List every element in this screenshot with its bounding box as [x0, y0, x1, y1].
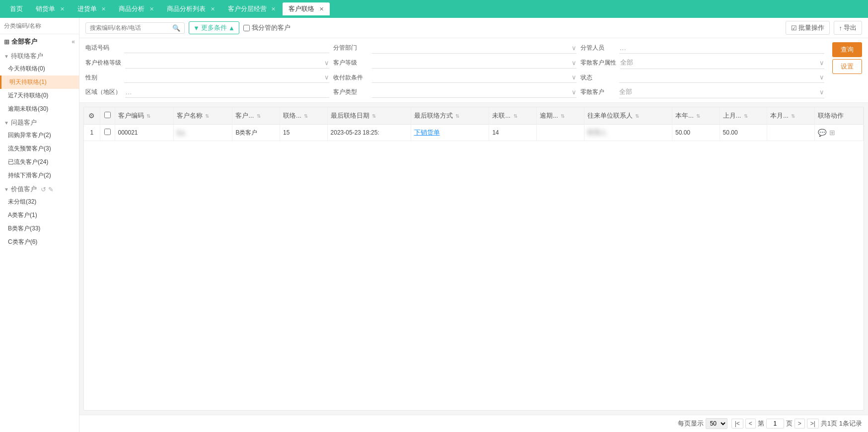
td-last-method: 下销货单 [411, 125, 489, 141]
collapse-icon[interactable]: « [72, 38, 75, 45]
td-last-date: 2023-05-23 18:25: [327, 125, 411, 141]
filter-search-input[interactable] [90, 24, 170, 31]
close-purchase-order-icon[interactable]: ✕ [101, 6, 106, 12]
contact-person-value: 联系人 [587, 129, 607, 136]
payment-select[interactable]: ∨ [372, 72, 577, 83]
gender-select[interactable]: ∨ [124, 72, 329, 83]
customer-type-field: 客户类型 ∨ [333, 87, 577, 98]
sort-contact-count-icon[interactable]: ⇅ [304, 113, 308, 119]
nav-sales-order[interactable]: 销货单 ✕ [30, 2, 71, 15]
sidebar-item-declining[interactable]: 持续下滑客户(2) [0, 169, 79, 182]
close-product-analysis-list-icon[interactable]: ✕ [211, 6, 215, 12]
value-group-edit-icon[interactable]: ✎ [48, 186, 54, 193]
sidebar-item-tomorrow-pending[interactable]: 明天待联络(1) [0, 75, 79, 89]
sort-last-date-icon[interactable]: ⇅ [372, 113, 376, 119]
status-select[interactable]: ∨ [619, 72, 824, 83]
table-gear-icon[interactable]: ⚙ [88, 112, 95, 120]
sort-type-icon[interactable]: ⇅ [257, 113, 261, 119]
price-level-field: 客户价格等级 ∨ [85, 58, 329, 69]
retail-customer-field: 零散客户 全部 ∨ [580, 86, 824, 98]
table-header-row: ⚙ 客户编码 ⇅ 客户名称 ⇅ [84, 107, 864, 125]
customer-type-select[interactable]: ∨ [372, 87, 577, 98]
grid-action-icon[interactable]: ⊞ [829, 129, 835, 137]
grid-icon: ⊞ [4, 38, 9, 46]
problem-arrow-icon: ▼ [4, 120, 9, 126]
dept-select[interactable]: ∨ [372, 43, 577, 54]
chat-action-icon[interactable]: 💬 [818, 129, 826, 137]
nav-product-analysis[interactable]: 商品分析 ✕ [113, 2, 160, 15]
price-level-select[interactable]: ∨ [125, 58, 329, 69]
sidebar-item-7days-pending[interactable]: 近7天待联络(0) [0, 89, 79, 102]
sort-overdue-icon[interactable]: ⇅ [561, 113, 565, 119]
person-dots-icon[interactable]: … [619, 44, 626, 52]
query-btn[interactable]: 查询 [832, 42, 862, 57]
sidebar-item-overdue-pending[interactable]: 逾期未联络(30) [0, 102, 79, 116]
nav-home[interactable]: 首页 [4, 2, 29, 15]
th-action: 联络动作 [814, 107, 863, 125]
retail-customer-select[interactable]: 全部 ∨ [619, 86, 824, 98]
region-select[interactable]: … [125, 86, 329, 98]
sidebar-item-c-class[interactable]: C类客户(6) [0, 235, 79, 249]
region-dots-icon[interactable]: … [125, 88, 132, 96]
sort-uncontacted-icon[interactable]: ⇅ [513, 113, 517, 119]
my-customers-checkbox-label[interactable]: 我分管的客户 [243, 23, 290, 32]
sidebar-item-churned[interactable]: 已流失客户(24) [0, 155, 79, 169]
pending-group-title: ▼ 待联络客户 [0, 49, 79, 62]
more-filters-btn[interactable]: ▼ 更多条件 ▲ [189, 21, 239, 34]
value-arrow-icon: ▼ [4, 187, 9, 192]
export-btn[interactable]: ↑ 导出 [834, 21, 863, 35]
value-group-refresh-icon[interactable]: ↺ [41, 186, 46, 193]
person-select[interactable]: … [619, 42, 824, 54]
customer-name-value: Ea [177, 129, 185, 137]
action-icons-group: 💬 ⊞ [818, 129, 860, 137]
next-page-btn[interactable]: > [795, 419, 805, 429]
sidebar-item-ungrouped[interactable]: 未分组(32) [0, 195, 79, 209]
sort-code-icon[interactable]: ⇅ [146, 113, 150, 119]
phone-input[interactable] [124, 43, 329, 53]
last-contact-method-link[interactable]: 下销货单 [414, 129, 440, 136]
last-page-btn[interactable]: >| [807, 419, 819, 429]
sidebar-item-a-class[interactable]: A类客户(1) [0, 209, 79, 222]
set-btn[interactable]: 设置 [832, 59, 862, 74]
customer-level-select[interactable]: ∨ [372, 58, 577, 69]
sort-contact-person-icon[interactable]: ⇅ [635, 113, 639, 119]
row-checkbox[interactable] [104, 129, 111, 135]
sort-this-year-icon[interactable]: ⇅ [696, 113, 700, 119]
td-name: Ea [173, 125, 232, 141]
first-page-btn[interactable]: |< [731, 419, 743, 429]
page-input[interactable] [766, 419, 784, 429]
close-customer-segment-icon[interactable]: ✕ [271, 6, 276, 12]
prev-page-btn[interactable]: < [745, 419, 756, 429]
sidebar-item-today-pending[interactable]: 今天待联络(0) [0, 62, 79, 75]
sort-this-month-icon[interactable]: ⇅ [791, 113, 795, 119]
th-this-month: 本月... ⇅ [767, 107, 815, 125]
nav-purchase-order[interactable]: 进货单 ✕ [72, 2, 112, 15]
sort-name-icon[interactable]: ⇅ [205, 113, 209, 119]
nav-customer-contact[interactable]: 客户联络 ✕ [283, 2, 330, 15]
th-uncontacted: 未联... ⇅ [489, 107, 537, 125]
close-customer-contact-icon[interactable]: ✕ [319, 6, 324, 12]
nav-customer-segment[interactable]: 客户分层经营 ✕ [222, 2, 282, 15]
sidebar-item-repurchase-anomaly[interactable]: 回购异常客户(2) [0, 129, 79, 142]
sidebar-item-churn-warning[interactable]: 流失预警客户(3) [0, 142, 79, 155]
sidebar-search-area: 🔍 [0, 18, 79, 34]
select-all-checkbox[interactable] [104, 112, 111, 118]
sort-last-month-icon[interactable]: ⇅ [744, 113, 748, 119]
table-row: 1 000021 Ea B类客户 15 2023-05-23 18:25: 下销… [84, 125, 864, 141]
page-size-select[interactable]: 50 [706, 418, 727, 429]
retail-attr-select[interactable]: 全部 ∨ [620, 57, 824, 69]
filter-search-icon[interactable]: 🔍 [172, 24, 180, 32]
sort-last-method-icon[interactable]: ⇅ [455, 113, 459, 119]
customer-level-caret-icon: ∨ [572, 59, 577, 67]
td-contact-person: 联系人 [584, 125, 672, 141]
nav-product-analysis-list[interactable]: 商品分析列表 ✕ [161, 2, 221, 15]
close-product-analysis-icon[interactable]: ✕ [149, 6, 154, 12]
close-sales-order-icon[interactable]: ✕ [60, 6, 65, 12]
my-customers-checkbox[interactable] [243, 25, 250, 31]
sidebar-search-input[interactable] [4, 22, 78, 29]
all-customers-title[interactable]: ⊞ 全部客户 « [0, 34, 79, 49]
td-uncontacted: 14 [489, 125, 537, 141]
filter-actions: 查询 设置 [832, 42, 862, 74]
batch-op-btn[interactable]: ☑ 批量操作 [786, 21, 830, 35]
sidebar-item-b-class[interactable]: B类客户(33) [0, 222, 79, 235]
